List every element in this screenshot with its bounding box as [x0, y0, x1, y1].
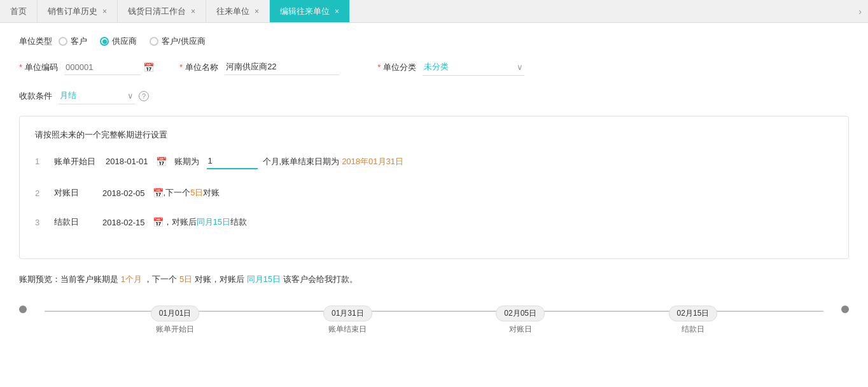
tab-edit-partner[interactable]: 编辑往来单位 ×	[270, 0, 350, 22]
timeline-label-2: 对账日	[509, 324, 532, 335]
timeline-dot-end	[841, 306, 849, 313]
row-3-label: 结款日	[54, 216, 92, 228]
tab-edit-partner-label: 编辑往来单位	[280, 6, 330, 17]
row-1-label: 账单开始日	[54, 156, 95, 167]
timeline-label-3: 结款日	[682, 324, 704, 335]
timeline-badge-1: 01月31日	[323, 306, 372, 321]
preview-part1: 1个月	[121, 274, 142, 284]
radio-customer-circle	[59, 37, 67, 46]
period-settings-section: 请按照未来的一个完整帐期进行设置 1 账单开始日 2018-01-01 📅 账期…	[19, 116, 849, 259]
radio-customer-label: 客户	[71, 36, 87, 47]
tab-partner[interactable]: 往来单位 ×	[206, 0, 270, 22]
row-3-num: 3	[35, 218, 48, 227]
row-2-num: 2	[35, 188, 48, 198]
payment-terms-help-icon[interactable]: ?	[139, 91, 149, 101]
unit-category-value: 未分类	[424, 61, 512, 73]
code-name-category-row: * 单位编码 📅 * 单位名称 * 单位分类 未分类 ∨	[19, 59, 849, 76]
timeline-badge-3: 02月15日	[669, 306, 718, 321]
payment-terms-row: 收款条件 月结 ∨ ?	[19, 87, 849, 104]
tab-sales-order-label: 销售订单历史	[48, 6, 97, 17]
unit-code-input[interactable]	[64, 60, 141, 75]
unit-code-label: 单位编码	[25, 62, 58, 73]
row-2-desc-prefix: ,下一个	[164, 187, 191, 199]
row-1-period-unit: 个月,账单结束日期为	[263, 156, 340, 167]
code-calendar-icon[interactable]: 📅	[143, 62, 154, 73]
row-3-desc-prefix: ，对账后	[164, 216, 197, 228]
unit-type-radio-group: 客户 供应商 客户/供应商	[59, 36, 206, 47]
row-3-calendar-icon[interactable]: 📅	[153, 217, 164, 227]
preview-mid2: 对账，对账后	[195, 274, 244, 284]
timeline-point-2: 02月05日 对账日	[496, 306, 545, 335]
row-1-period-label: 账期为	[174, 156, 199, 167]
unit-category-label: 单位分类	[383, 62, 416, 73]
name-required-star: *	[179, 62, 183, 72]
category-dropdown-icon: ∨	[517, 62, 523, 72]
timeline-point-0: 01月01日 账单开始日	[151, 306, 200, 335]
timeline-start-dot	[19, 306, 27, 316]
tab-partner-close[interactable]: ×	[255, 7, 259, 16]
preview-prefix: 账期预览：当前客户账期是	[19, 274, 118, 284]
tab-cash-flow-close[interactable]: ×	[191, 7, 195, 16]
tab-home-label: 首页	[10, 6, 27, 17]
radio-both-label: 客户/供应商	[162, 36, 206, 47]
row-1-calendar-icon[interactable]: 📅	[156, 157, 167, 167]
row-3-desc-suffix: 结款	[230, 216, 247, 228]
row-2-date: 2018-02-05	[102, 188, 145, 198]
unit-category-select[interactable]: 未分类 ∨	[423, 59, 524, 76]
radio-supplier-circle	[100, 37, 109, 46]
timeline-badge-2: 02月05日	[496, 306, 545, 321]
payment-terms-select[interactable]: 月结 ∨	[59, 87, 135, 104]
unit-name-label: 单位名称	[185, 62, 218, 73]
row-1-num: 1	[35, 157, 48, 166]
payment-terms-value: 月结	[60, 90, 122, 101]
tab-edit-partner-close[interactable]: ×	[335, 7, 339, 16]
preview-part2: 5日	[179, 274, 192, 284]
radio-both[interactable]: 客户/供应商	[150, 36, 206, 47]
timeline-badge-0: 01月01日	[151, 306, 200, 321]
radio-supplier-label: 供应商	[112, 36, 137, 47]
row-1-period-input[interactable]	[207, 153, 258, 169]
section-title: 请按照未来的一个完整帐期进行设置	[35, 129, 833, 141]
category-required-star: *	[377, 62, 381, 72]
timeline-label-1: 账单结束日	[328, 324, 367, 335]
radio-customer[interactable]: 客户	[59, 36, 87, 47]
timeline-label-0: 账单开始日	[156, 324, 194, 335]
preview-section: 账期预览：当前客户账期是 1个月 ，下一个 5日 对账，对账后 同月15日 该客…	[19, 272, 849, 286]
preview-mid1: ，下一个	[144, 274, 177, 284]
code-required-star: *	[19, 62, 22, 72]
row-3-desc-highlight: 同月15日	[197, 216, 230, 228]
radio-both-circle	[150, 37, 158, 46]
timeline-point-3: 02月15日 结款日	[669, 306, 718, 335]
setting-row-3: 3 结款日 2018-02-15 📅 ，对账后 同月15日 结款	[35, 216, 833, 233]
row-1-end-date: 2018年01月31日	[342, 156, 403, 167]
unit-type-row: 单位类型 客户 供应商 客户/供应商	[19, 36, 849, 47]
preview-suffix: 该客户会给我打款。	[283, 274, 358, 284]
tab-sales-order[interactable]: 销售订单历史 ×	[38, 0, 118, 22]
main-content: 单位类型 客户 供应商 客户/供应商 * 单位编码 📅 * 单位名称 *	[0, 23, 868, 387]
tab-arrow[interactable]: ›	[852, 6, 868, 17]
tab-home[interactable]: 首页	[0, 0, 38, 22]
row-2-calendar-icon[interactable]: 📅	[153, 188, 164, 198]
payment-terms-dropdown-icon: ∨	[127, 91, 134, 101]
tab-bar: 首页 销售订单历史 × 钱货日清工作台 × 往来单位 × 编辑往来单位 × ›	[0, 0, 868, 23]
timeline-point-1: 01月31日 账单结束日	[323, 306, 372, 335]
tab-sales-order-close[interactable]: ×	[102, 7, 107, 16]
unit-name-input[interactable]	[225, 60, 339, 75]
tab-partner-label: 往来单位	[216, 6, 249, 17]
payment-terms-label: 收款条件	[19, 90, 52, 102]
tab-cash-flow-label: 钱货日清工作台	[128, 6, 186, 17]
radio-supplier[interactable]: 供应商	[100, 36, 137, 47]
setting-row-2: 2 对账日 2018-02-05 📅 ,下一个 5日 对账	[35, 187, 833, 204]
preview-part3: 同月15日	[247, 274, 281, 284]
timeline-items: 01月01日 账单开始日 01月31日 账单结束日 02月05日 对账日 02月…	[19, 306, 849, 335]
row-3-date: 2018-02-15	[102, 218, 145, 227]
timeline-end-dot	[841, 306, 849, 316]
row-2-label: 对账日	[54, 187, 92, 199]
tab-cash-flow[interactable]: 钱货日清工作台 ×	[118, 0, 206, 22]
row-2-desc-suffix: 对账	[203, 187, 220, 199]
row-2-desc-highlight: 5日	[190, 187, 203, 199]
setting-row-1: 1 账单开始日 2018-01-01 📅 账期为 个月,账单结束日期为 2018…	[35, 153, 833, 174]
timeline-dot-start	[19, 306, 27, 313]
unit-type-label: 单位类型	[19, 36, 52, 47]
timeline: 01月01日 账单开始日 01月31日 账单结束日 02月05日 对账日 02月…	[19, 299, 849, 341]
